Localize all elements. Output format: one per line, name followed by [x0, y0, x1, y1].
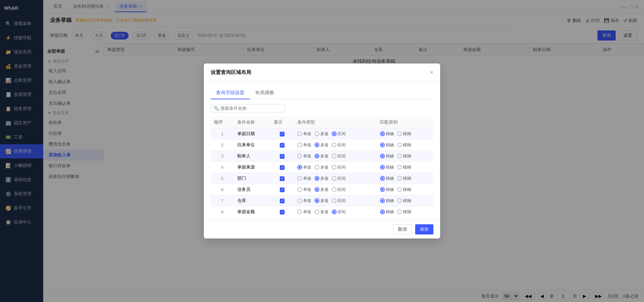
row-type: 单值 多值 区间: [294, 128, 377, 140]
checkbox-checked[interactable]: ✓: [280, 176, 285, 181]
checkbox-checked[interactable]: ✓: [280, 210, 285, 215]
checkbox-checked[interactable]: ✓: [280, 187, 285, 192]
radio-range[interactable]: [332, 187, 337, 192]
row-display[interactable]: ✓: [270, 173, 294, 184]
radio-exact[interactable]: [380, 209, 385, 214]
checkbox-checked[interactable]: ✓: [280, 132, 285, 136]
modal-tab-fields[interactable]: 查询字段设置: [211, 87, 250, 99]
radio-single[interactable]: [297, 176, 302, 181]
radio-multi[interactable]: [315, 154, 319, 158]
row-order: 3: [211, 151, 234, 162]
row-type: 单值 多值 区间: [294, 140, 377, 151]
radio-single[interactable]: [297, 187, 302, 192]
row-order: 1: [211, 128, 234, 140]
radio-exact[interactable]: [380, 131, 385, 136]
radio-single[interactable]: [297, 143, 302, 147]
col-display: 显示: [270, 117, 294, 128]
col-order: 顺序: [211, 117, 234, 128]
modal-search-input[interactable]: [220, 106, 282, 111]
settings-table: 顺序 条件名称 显示 条件类型 匹配原则 1单据日期✓ 单值 多值: [211, 117, 433, 215]
row-type: 单值 多值 区间: [294, 206, 377, 215]
cancel-button[interactable]: 取消: [393, 224, 412, 234]
row-name: 往来单位: [234, 140, 270, 151]
radio-multi[interactable]: [315, 198, 319, 203]
radio-range[interactable]: [332, 209, 337, 214]
row-name: 单据来源: [234, 162, 270, 173]
col-type-h: 条件类型: [294, 117, 377, 128]
radio-single[interactable]: [297, 209, 302, 214]
col-cname: 条件名称: [234, 117, 270, 128]
modal-search-box: 🔍: [211, 104, 285, 112]
modal-close-button[interactable]: ×: [430, 69, 433, 76]
row-display[interactable]: ✓: [270, 184, 294, 195]
radio-fuzzy[interactable]: [397, 176, 402, 181]
checkbox-checked[interactable]: ✓: [280, 199, 285, 203]
radio-exact[interactable]: [380, 165, 385, 170]
row-order: 4: [211, 162, 234, 173]
radio-fuzzy[interactable]: [397, 131, 402, 136]
radio-fuzzy[interactable]: [397, 154, 402, 158]
radio-range[interactable]: [332, 143, 337, 147]
modal-title: 设置查询区域布局: [211, 69, 251, 76]
radio-multi[interactable]: [315, 209, 319, 214]
row-type: 单值 多值 区间: [294, 162, 377, 173]
checkbox-checked[interactable]: ✓: [280, 143, 285, 148]
radio-single[interactable]: [297, 154, 302, 158]
radio-range[interactable]: [332, 176, 337, 181]
settings-scroll[interactable]: 顺序 条件名称 显示 条件类型 匹配原则 1单据日期✓ 单值 多值: [211, 117, 433, 215]
row-name: 仓库: [234, 195, 270, 206]
row-match: 精确 模糊: [377, 140, 433, 151]
row-order: 8: [211, 206, 234, 215]
radio-exact[interactable]: [380, 187, 385, 192]
radio-range[interactable]: [332, 165, 337, 170]
settings-modal: 设置查询区域布局 × 查询字段设置 布局调整 🔍: [204, 64, 440, 238]
radio-fuzzy[interactable]: [397, 187, 402, 192]
radio-fuzzy[interactable]: [397, 143, 402, 147]
row-match: 精确 模糊: [377, 206, 433, 215]
search-icon: 🔍: [214, 106, 219, 111]
modal-tabs: 查询字段设置 布局调整: [211, 87, 433, 99]
radio-fuzzy[interactable]: [397, 209, 402, 214]
row-display[interactable]: ✓: [270, 206, 294, 215]
radio-exact[interactable]: [380, 176, 385, 181]
radio-fuzzy[interactable]: [397, 198, 402, 203]
radio-range[interactable]: [332, 131, 337, 136]
radio-single[interactable]: [297, 165, 302, 170]
row-name: 部门: [234, 173, 270, 184]
row-name: 制单人: [234, 151, 270, 162]
row-name: 业务员: [234, 184, 270, 195]
row-type: 单值 多值 区间: [294, 184, 377, 195]
checkbox-checked[interactable]: ✓: [280, 165, 285, 170]
radio-range[interactable]: [332, 198, 337, 203]
modal-header: 设置查询区域布局 ×: [204, 64, 440, 82]
row-display[interactable]: ✓: [270, 195, 294, 206]
radio-multi[interactable]: [315, 131, 319, 136]
radio-multi[interactable]: [315, 176, 319, 181]
row-display[interactable]: ✓: [270, 151, 294, 162]
radio-exact[interactable]: [380, 154, 385, 158]
row-display[interactable]: ✓: [270, 140, 294, 151]
radio-range[interactable]: [332, 154, 337, 158]
modal-tab-layout[interactable]: 布局调整: [250, 87, 279, 99]
row-display[interactable]: ✓: [270, 162, 294, 173]
radio-single[interactable]: [297, 198, 302, 203]
row-order: 2: [211, 140, 234, 151]
radio-exact[interactable]: [380, 198, 385, 203]
modal-save-button[interactable]: 保存: [415, 224, 433, 234]
radio-exact[interactable]: [380, 143, 385, 147]
radio-multi[interactable]: [315, 143, 319, 147]
row-match: 精确 模糊: [377, 162, 433, 173]
checkbox-checked[interactable]: ✓: [280, 154, 285, 159]
row-display[interactable]: ✓: [270, 128, 294, 140]
row-order: 5: [211, 173, 234, 184]
radio-multi[interactable]: [315, 165, 319, 170]
radio-multi[interactable]: [315, 187, 319, 192]
radio-fuzzy[interactable]: [397, 165, 402, 170]
radio-single[interactable]: [297, 131, 302, 136]
col-match-h: 匹配原则: [377, 117, 433, 128]
modal-overlay: 设置查询区域布局 × 查询字段设置 布局调整 🔍: [0, 0, 644, 302]
row-match: 精确 模糊: [377, 173, 433, 184]
row-type: 单值 多值 区间: [294, 173, 377, 184]
modal-body: 查询字段设置 布局调整 🔍 顺序 条件名称 显示: [204, 82, 440, 220]
row-type: 单值 多值 区间: [294, 151, 377, 162]
